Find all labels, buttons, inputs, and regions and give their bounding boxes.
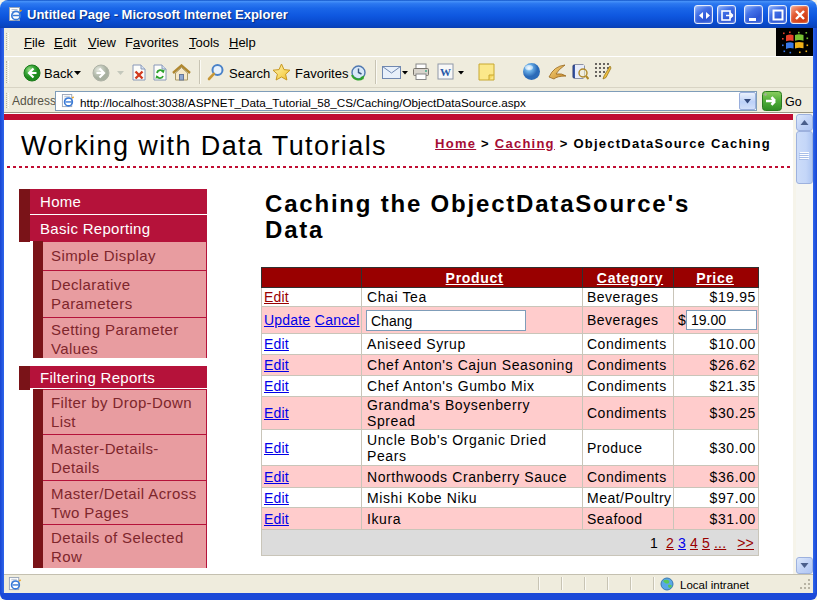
svg-text:W: W (440, 66, 451, 78)
